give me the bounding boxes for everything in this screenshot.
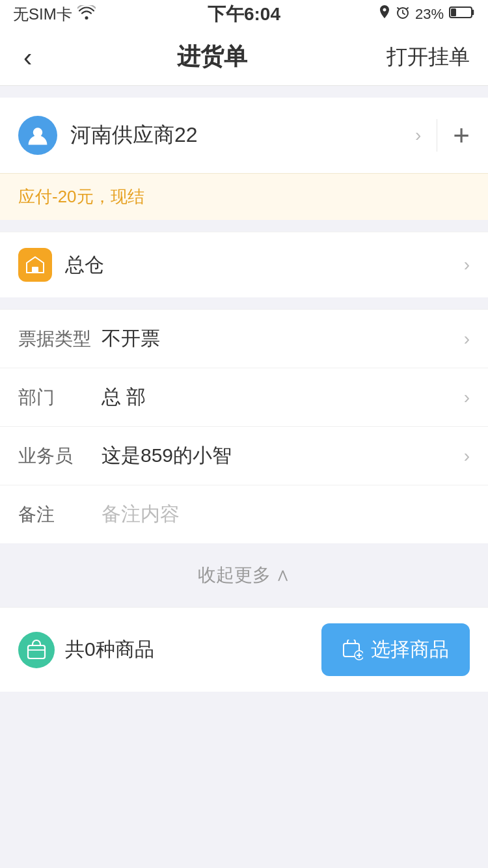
status-time: 下午6:04	[208, 2, 280, 27]
department-chevron-icon: ›	[464, 387, 470, 408]
supplier-card: 河南供应商22 › + 应付-20元，现结	[0, 98, 488, 220]
svg-rect-5	[28, 645, 45, 658]
salesperson-value: 这是859的小智	[102, 442, 459, 469]
select-goods-button[interactable]: 选择商品	[321, 623, 470, 676]
location-icon	[379, 5, 390, 23]
back-button[interactable]: ‹	[18, 39, 37, 75]
section-gap-1	[0, 86, 488, 98]
department-value: 总 部	[102, 384, 459, 411]
svg-rect-4	[32, 267, 38, 273]
remark-value[interactable]: 备注内容	[102, 501, 470, 528]
warehouse-label: 总仓	[65, 252, 459, 278]
supplier-name: 河南供应商22	[70, 121, 407, 150]
department-label: 部门	[18, 385, 96, 410]
section-gap-2	[0, 220, 488, 232]
battery-text: 23%	[415, 6, 444, 23]
warehouse-icon-wrap	[18, 248, 52, 282]
bill-type-chevron-icon: ›	[464, 329, 470, 349]
supplier-row[interactable]: 河南供应商22 › +	[0, 98, 488, 173]
remark-label: 备注	[18, 502, 96, 527]
notice-banner: 应付-20元，现结	[0, 173, 488, 220]
status-left: 无SIM卡	[13, 4, 96, 25]
salesperson-label: 业务员	[18, 444, 96, 468]
bottom-bar: 共0种商品 选择商品	[0, 607, 488, 692]
page-body: 河南供应商22 › + 应付-20元，现结 总仓 › 票据类型 不开票 ›	[0, 86, 488, 868]
fields-card: 票据类型 不开票 › 部门 总 部 › 业务员 这是859的小智 › 备注 备注…	[0, 309, 488, 543]
alarm-icon	[396, 5, 410, 23]
svg-rect-2	[451, 8, 456, 16]
goods-count-wrapper: 共0种商品	[18, 632, 154, 668]
section-gap-3	[0, 297, 488, 309]
status-bar: 无SIM卡 下午6:04 23%	[0, 0, 488, 29]
status-right: 23%	[379, 5, 475, 23]
goods-icon-wrap	[18, 632, 55, 668]
bill-type-row[interactable]: 票据类型 不开票 ›	[0, 309, 488, 368]
supplier-divider	[437, 119, 437, 152]
warehouse-chevron-icon: ›	[464, 254, 470, 275]
page-title: 进货单	[177, 41, 247, 73]
nav-bar: ‹ 进货单 打开挂单	[0, 29, 488, 86]
collapse-row[interactable]: 收起更多 ∧	[0, 543, 488, 607]
warehouse-row[interactable]: 总仓 ›	[0, 232, 488, 297]
select-goods-label: 选择商品	[371, 636, 449, 663]
add-supplier-button[interactable]: +	[453, 121, 470, 150]
open-pending-button[interactable]: 打开挂单	[386, 43, 470, 72]
bill-type-value: 不开票	[102, 325, 459, 352]
collapse-label: 收起更多 ∧	[198, 563, 291, 588]
supplier-avatar	[18, 116, 57, 155]
department-row[interactable]: 部门 总 部 ›	[0, 368, 488, 426]
remark-row[interactable]: 备注 备注内容	[0, 485, 488, 543]
bill-type-label: 票据类型	[18, 327, 96, 351]
goods-count-text: 共0种商品	[65, 636, 154, 663]
carrier-text: 无SIM卡	[13, 4, 72, 25]
wifi-icon	[77, 5, 96, 23]
supplier-chevron-icon: ›	[415, 125, 421, 146]
salesperson-row[interactable]: 业务员 这是859的小智 ›	[0, 426, 488, 485]
salesperson-chevron-icon: ›	[464, 446, 470, 467]
battery-icon	[449, 5, 475, 23]
